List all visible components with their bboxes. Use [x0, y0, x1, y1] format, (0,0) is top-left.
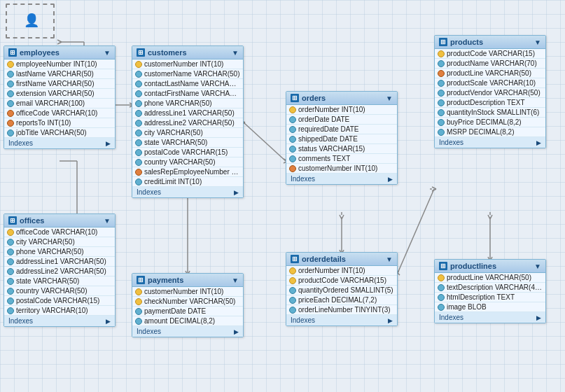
table-row: lastName VARCHAR(50)	[4, 69, 115, 79]
field-text: firstName VARCHAR(50)	[16, 80, 95, 88]
field-text: salesRepEmployeeNumber INT(10)	[144, 168, 240, 176]
table-header-offices[interactable]: offices▼	[4, 214, 115, 227]
table-header-employees[interactable]: employees▼	[4, 46, 115, 59]
indexes-label: Indexes	[8, 317, 33, 325]
indexes-row[interactable]: Indexes▶	[4, 138, 115, 148]
field-icon	[7, 71, 14, 78]
collapse-arrow[interactable]: ▼	[232, 276, 239, 284]
field-icon	[7, 258, 14, 265]
fk-icon	[7, 120, 14, 127]
indexes-row[interactable]: Indexes▶	[435, 137, 545, 148]
indexes-expand-arrow[interactable]: ▶	[234, 189, 239, 196]
table-icon	[137, 48, 145, 57]
collapse-arrow[interactable]: ▼	[104, 49, 111, 57]
field-text: addressLine2 VARCHAR(50)	[144, 119, 235, 127]
field-text: officeCode VARCHAR(10)	[16, 109, 97, 117]
indexes-expand-arrow[interactable]: ▶	[106, 140, 111, 147]
table-title-productlines: productlines	[450, 262, 496, 270]
field-icon	[289, 287, 296, 294]
indexes-row[interactable]: Indexes▶	[132, 326, 243, 337]
table-header-orderdetails[interactable]: orderdetails▼	[286, 253, 397, 266]
table-row: officeCode VARCHAR(10)	[4, 108, 115, 118]
field-text: lastName VARCHAR(50)	[16, 70, 94, 78]
indexes-row[interactable]: Indexes▶	[4, 316, 115, 326]
table-row: requiredDate DATE	[286, 125, 397, 134]
table-payments: payments▼customerNumber INT(10)checkNumb…	[132, 273, 244, 337]
collapse-arrow[interactable]: ▼	[534, 38, 541, 46]
field-text: email VARCHAR(100)	[16, 99, 85, 107]
table-title-employees: employees	[20, 48, 60, 57]
pk-icon	[289, 267, 296, 274]
pk-icon	[7, 61, 14, 68]
collapse-arrow[interactable]: ▼	[534, 262, 541, 270]
table-icon	[137, 276, 145, 284]
table-icon	[439, 262, 447, 270]
fk-icon	[135, 169, 142, 176]
indexes-expand-arrow[interactable]: ▶	[106, 318, 111, 325]
table-header-orders[interactable]: orders▼	[286, 92, 397, 105]
svg-line-46	[488, 215, 490, 219]
collapse-arrow[interactable]: ▼	[386, 94, 393, 102]
table-row: customerNumber INT(10)	[286, 164, 397, 174]
indexes-expand-arrow[interactable]: ▶	[234, 328, 239, 335]
table-row: quantityInStock SMALLINT(6)	[435, 108, 545, 118]
indexes-expand-arrow[interactable]: ▶	[536, 314, 541, 321]
field-text: addressLine1 VARCHAR(50)	[144, 109, 235, 117]
field-text: addressLine2 VARCHAR(50)	[16, 267, 106, 275]
field-icon	[7, 239, 14, 246]
table-title-offices: offices	[20, 216, 44, 225]
table-header-products[interactable]: products▼	[435, 36, 545, 49]
field-text: status VARCHAR(15)	[298, 145, 365, 153]
table-orders: orders▼orderNumber INT(10)orderDate DATE…	[286, 91, 398, 185]
table-row: addressLine2 VARCHAR(50)	[4, 267, 115, 276]
table-row: postalCode VARCHAR(15)	[4, 296, 115, 306]
collapse-arrow[interactable]: ▼	[104, 217, 111, 225]
indexes-row[interactable]: Indexes▶	[435, 312, 545, 323]
field-text: productName VARCHAR(70)	[447, 59, 537, 67]
field-icon	[438, 80, 445, 87]
field-icon	[438, 119, 445, 126]
field-text: productLine VARCHAR(50)	[447, 69, 531, 77]
field-text: productCode VARCHAR(15)	[298, 276, 386, 284]
indexes-expand-arrow[interactable]: ▶	[388, 176, 393, 183]
svg-line-4	[57, 42, 62, 44]
table-header-customers[interactable]: customers▼	[132, 46, 243, 59]
indexes-expand-arrow[interactable]: ▶	[388, 317, 393, 324]
field-icon	[438, 294, 445, 301]
table-row: checkNumber VARCHAR(50)	[132, 297, 243, 307]
table-header-payments[interactable]: payments▼	[132, 274, 243, 287]
table-row: productDescription TEXT	[435, 98, 545, 108]
indexes-label: Indexes	[137, 188, 161, 196]
field-icon	[7, 80, 14, 88]
field-icon	[7, 268, 14, 275]
pk-icon	[135, 298, 142, 305]
indexes-label: Indexes	[439, 139, 463, 146]
table-row: comments TEXT	[286, 154, 397, 164]
table-row: status VARCHAR(15)	[286, 144, 397, 154]
field-text: contactFirstName VARCHAR(50)	[144, 90, 240, 97]
table-header-productlines[interactable]: productlines▼	[435, 260, 545, 273]
table-employees: employees▼employeeNumber INT(10)lastName…	[4, 46, 116, 149]
table-row: htmlDescription TEXT	[435, 293, 545, 302]
collapse-arrow[interactable]: ▼	[232, 49, 239, 57]
indexes-expand-arrow[interactable]: ▶	[536, 139, 541, 146]
table-title-orders: orders	[302, 94, 326, 102]
field-icon	[135, 149, 142, 156]
field-text: contactLastName VARCHAR(50)	[144, 80, 240, 88]
field-text: priceEach DECIMAL(7,2)	[298, 296, 377, 304]
indexes-label: Indexes	[291, 175, 315, 183]
pk-icon	[289, 106, 296, 113]
table-row: postalCode VARCHAR(15)	[132, 148, 243, 158]
collapse-arrow[interactable]: ▼	[386, 255, 393, 263]
fk-icon	[438, 70, 445, 77]
indexes-row[interactable]: Indexes▶	[286, 315, 397, 326]
field-icon	[7, 248, 14, 255]
field-text: addressLine1 VARCHAR(50)	[16, 258, 106, 265]
indexes-row[interactable]: Indexes▶	[132, 187, 243, 197]
field-text: productCode VARCHAR(15)	[447, 50, 535, 57]
table-row: priceEach DECIMAL(7,2)	[286, 295, 397, 305]
indexes-row[interactable]: Indexes▶	[286, 174, 397, 184]
table-row: contactLastName VARCHAR(50)	[132, 79, 243, 89]
svg-line-19	[244, 122, 286, 161]
table-row: country VARCHAR(50)	[4, 286, 115, 296]
